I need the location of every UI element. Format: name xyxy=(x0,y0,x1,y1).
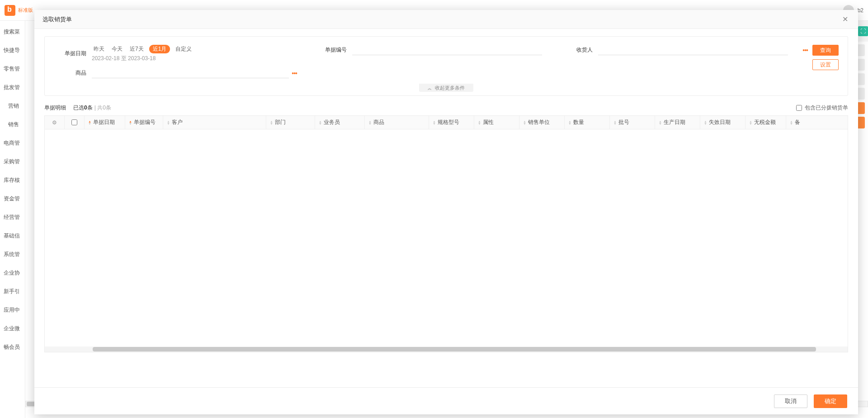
col-taxfree[interactable]: 无税金额 xyxy=(745,116,786,129)
col-unit[interactable]: 销售单位 xyxy=(519,116,565,129)
col-date[interactable]: 单据日期 xyxy=(85,116,125,129)
col-batch[interactable]: 批号 xyxy=(610,116,655,129)
col-spec[interactable]: 规格型号 xyxy=(429,116,474,129)
table-body-empty xyxy=(45,129,848,347)
col-pdate[interactable]: 生产日期 xyxy=(655,116,700,129)
modal-title: 选取销货单 xyxy=(42,15,72,24)
col-expire[interactable]: 失效日期 xyxy=(700,116,745,129)
cancel-button[interactable]: 取消 xyxy=(774,394,807,408)
results-table: ⚙ 单据日期 单据编号 客户 部门 业务员 商品 规格型号 属性 销售单位 数量… xyxy=(44,115,848,352)
date-quick-last7[interactable]: 近7天 xyxy=(128,45,146,53)
collapse-label: 收起更多条件 xyxy=(435,85,465,90)
filter-receiver-label: 收货人 xyxy=(560,46,593,54)
search-button[interactable]: 查询 xyxy=(812,45,839,56)
col-dept[interactable]: 部门 xyxy=(266,116,315,129)
filter-panel: 单据日期 昨天 今天 近7天 近1月 自定义 2023-02-18 至 2023… xyxy=(44,36,848,96)
include-dispatched-checkbox[interactable]: 包含已分拨销货单 xyxy=(796,104,848,112)
filter-date-label: 单据日期 xyxy=(54,50,86,57)
select-sales-order-modal: 选取销货单 ✕ 单据日期 昨天 今天 近7天 近1月 自定义 2023-02- xyxy=(34,10,858,414)
filter-product-input[interactable] xyxy=(92,68,289,78)
settings-button[interactable]: 设置 xyxy=(812,59,839,70)
more-filters-icon[interactable]: ••• xyxy=(802,47,808,54)
chevron-up-icon: ︽ xyxy=(428,86,432,90)
col-qty[interactable]: 数量 xyxy=(565,116,610,129)
col-code[interactable]: 单据编号 xyxy=(125,116,163,129)
col-customer[interactable]: 客户 xyxy=(163,116,266,129)
close-icon[interactable]: ✕ xyxy=(840,13,850,25)
ok-button[interactable]: 确定 xyxy=(814,394,847,408)
column-settings-icon[interactable]: ⚙ xyxy=(45,116,65,129)
filter-code-input[interactable] xyxy=(352,45,542,55)
filter-code-label: 单据编号 xyxy=(314,46,347,54)
date-quick-last1m[interactable]: 近1月 xyxy=(149,45,170,53)
col-remark[interactable]: 备 xyxy=(786,116,804,129)
col-emp[interactable]: 业务员 xyxy=(315,116,365,129)
total-count: | 共0条 xyxy=(94,104,111,112)
collapse-filters-button[interactable]: ︽ 收起更多条件 xyxy=(419,84,473,92)
list-tab-detail[interactable]: 单据明细 xyxy=(44,104,66,112)
date-quick-custom[interactable]: 自定义 xyxy=(174,45,193,53)
include-dispatched-label: 包含已分拨销货单 xyxy=(805,104,848,112)
selected-count: 已选0条 xyxy=(73,104,93,112)
col-product[interactable]: 商品 xyxy=(365,116,429,129)
table-h-scrollbar[interactable] xyxy=(45,347,848,352)
product-picker-icon[interactable]: ••• xyxy=(292,70,297,77)
filter-product-label: 商品 xyxy=(54,69,86,77)
date-range-text: 2023-02-18 至 2023-03-18 xyxy=(92,55,296,62)
col-attr[interactable]: 属性 xyxy=(474,116,519,129)
select-all-checkbox[interactable] xyxy=(65,116,85,129)
filter-receiver-input[interactable] xyxy=(598,45,788,55)
date-quick-yesterday[interactable]: 昨天 xyxy=(92,45,106,53)
date-quick-today[interactable]: 今天 xyxy=(110,45,124,53)
include-dispatched-input[interactable] xyxy=(796,105,802,111)
